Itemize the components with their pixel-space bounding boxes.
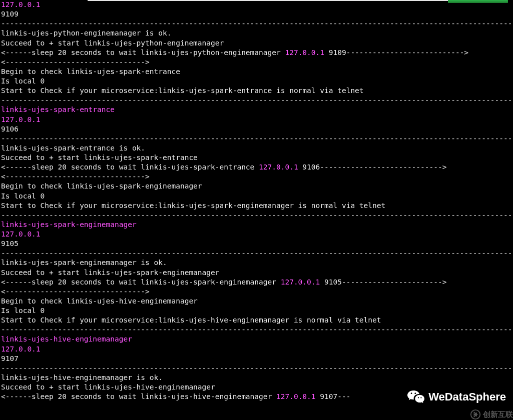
service-name: linkis-ujes-spark-enginemanager [1,220,137,228]
status-ok: linkis-ujes-spark-enginemanager is ok. [1,258,167,266]
sleep-line: <------sleep 20 seconds to wait linkis-u… [1,278,446,286]
start-check: Start to Check if your microservice:link… [1,202,385,210]
is-local: Is local 0 [1,192,45,200]
window-active-indicator [448,0,508,3]
sleep-line: <------sleep 20 seconds to wait linkis-u… [1,163,446,171]
wechat-icon [407,390,424,404]
divider: ----------------------------------------… [1,20,512,28]
begin-check: Begin to check linkis-ujes-hive-enginema… [1,297,198,305]
divider: ----------------------------------------… [1,326,512,334]
port-line: 9109 [1,10,19,18]
divider: ----------------------------------------… [1,249,512,257]
divider: ----------------------------------------… [1,134,512,142]
sleep-line: <------sleep 20 seconds to wait linkis-u… [1,48,468,56]
divider: ----------------------------------------… [1,364,512,372]
arrow-short: <--------------------------------> [1,172,150,180]
terminal-output: 127.0.0.1 9109 -------------------------… [0,0,513,402]
is-local: Is local 0 [1,77,45,85]
is-local: Is local 0 [1,306,45,314]
arrow-short: <--------------------------------> [1,288,150,296]
ip-line: 127.0.0.1 [1,116,41,124]
begin-check: Begin to check linkis-ujes-spark-entranc… [1,68,180,76]
divider: ----------------------------------------… [1,96,512,104]
service-name: linkis-ujes-spark-entrance [1,106,115,114]
ip-line: 127.0.0.1 [1,230,41,238]
status-succeed: Succeed to + start linkis-ujes-python-en… [1,39,224,47]
status-ok: linkis-ujes-hive-enginemanager is ok. [1,374,163,382]
corp-watermark: 创新互联 [470,409,513,420]
sleep-line: <------sleep 20 seconds to wait linkis-u… [1,392,350,400]
wedatasphere-watermark: WeDataSphere [407,390,506,404]
begin-check: Begin to check linkis-ujes-spark-enginem… [1,182,202,190]
status-succeed: Succeed to + start linkis-ujes-hive-engi… [1,383,215,391]
arrow-short: <--------------------------------> [1,58,150,66]
port-line: 9105 [1,240,19,248]
port-line: 9107 [1,354,19,362]
ip-line: 127.0.0.1 [1,0,41,8]
start-check: Start to Check if your microservice:link… [1,316,381,324]
wedatasphere-label: WeDataSphere [428,390,506,404]
start-check: Start to Check if your microservice:link… [1,86,364,94]
corp-logo-icon [470,409,481,420]
status-ok: linkis-ujes-python-enginemanager is ok. [1,29,171,37]
corp-label: 创新互联 [483,410,513,420]
ip-line: 127.0.0.1 [1,345,41,353]
status-succeed: Succeed to + start linkis-ujes-spark-eng… [1,268,220,276]
window-top-divider [88,0,448,1]
status-succeed: Succeed to + start linkis-ujes-spark-ent… [1,154,198,162]
status-ok: linkis-ujes-spark-entrance is ok. [1,144,145,152]
port-line: 9106 [1,125,19,133]
service-name: linkis-ujes-hive-enginemanager [1,335,132,343]
divider: ----------------------------------------… [1,211,512,219]
